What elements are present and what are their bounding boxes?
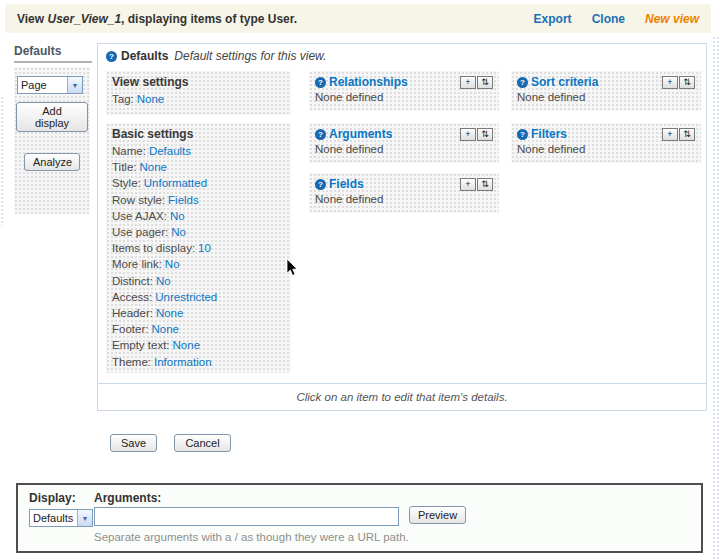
setting-value-link[interactable]: No: [170, 210, 185, 222]
view-settings-box: View settings Tag:None: [106, 71, 291, 115]
live-preview-panel: Display: Defaults ▼ Arguments: Preview S…: [16, 483, 703, 553]
setting-row: Tag:None: [112, 91, 285, 107]
fields-rearrange-icon[interactable]: ⇅: [477, 178, 493, 191]
help-icon[interactable]: ?: [517, 77, 528, 88]
setting-value-link[interactable]: No: [171, 226, 186, 238]
setting-value-link[interactable]: None: [137, 93, 165, 105]
sort-criteria-add-icon[interactable]: +: [662, 76, 678, 89]
relationships-rearrange-icon[interactable]: ⇅: [477, 76, 493, 89]
filters-box: ?Filters + ⇅ None defined: [511, 123, 701, 163]
setting-label: Items to display:: [112, 242, 195, 254]
clone-link[interactable]: Clone: [592, 12, 625, 26]
setting-value-link[interactable]: None: [156, 307, 184, 319]
arguments-title-link[interactable]: Arguments: [329, 127, 392, 141]
setting-row: Style:Unformatted: [112, 175, 285, 191]
help-icon[interactable]: ?: [315, 77, 326, 88]
setting-label: Style:: [112, 177, 141, 189]
new-view-link[interactable]: New view: [645, 12, 699, 26]
filters-rearrange-icon[interactable]: ⇅: [679, 128, 695, 141]
fields-box: ?Fields + ⇅ None defined: [309, 173, 499, 213]
setting-row: Row style:Fields: [112, 192, 285, 208]
arguments-head: ?Arguments: [315, 127, 392, 141]
setting-row: Name:Defaults: [112, 143, 285, 159]
preview-button[interactable]: Preview: [409, 506, 466, 524]
panel-header: ?DefaultsDefault settings for this view.: [106, 49, 326, 63]
fields-add-icon[interactable]: +: [460, 178, 476, 191]
setting-label: Footer:: [112, 323, 148, 335]
sort-criteria-head: ?Sort criteria: [517, 75, 598, 89]
setting-value-link[interactable]: Fields: [168, 194, 199, 206]
defaults-display-panel: ?DefaultsDefault settings for this view.…: [97, 43, 707, 411]
arguments-label: Arguments:: [94, 491, 161, 505]
arguments-input[interactable]: [94, 507, 399, 526]
setting-value-link[interactable]: None: [173, 339, 201, 351]
analyze-button[interactable]: Analyze: [24, 153, 80, 171]
view-header-bar: View User_View_1, displaying items of ty…: [5, 4, 711, 33]
chevron-down-icon: ▼: [67, 77, 82, 93]
cancel-button[interactable]: Cancel: [174, 434, 230, 452]
save-button[interactable]: Save: [110, 434, 157, 452]
setting-label: Theme:: [112, 356, 151, 368]
arguments-add-icon[interactable]: +: [460, 128, 476, 141]
setting-value-link[interactable]: 10: [198, 242, 211, 254]
filters-empty: None defined: [517, 141, 695, 157]
display-label: Display:: [29, 491, 76, 505]
section-title: Defaults: [121, 49, 168, 63]
sort-criteria-rearrange-icon[interactable]: ⇅: [679, 76, 695, 89]
display-type-select[interactable]: Page ▼: [17, 76, 83, 94]
fields-title-link[interactable]: Fields: [329, 177, 364, 191]
setting-row: Items to display:10: [112, 240, 285, 256]
page-edge-pattern-right: [712, 36, 720, 560]
help-icon[interactable]: ?: [106, 51, 117, 62]
setting-label: Name:: [112, 145, 146, 157]
setting-row: Title:None: [112, 159, 285, 175]
export-link[interactable]: Export: [534, 12, 572, 26]
arguments-description: Separate arguments with a / as though th…: [94, 531, 409, 543]
setting-label: Row style:: [112, 194, 165, 206]
arguments-box: ?Arguments + ⇅ None defined: [309, 123, 499, 163]
relationships-add-icon[interactable]: +: [460, 76, 476, 89]
help-icon[interactable]: ?: [517, 129, 528, 140]
help-icon[interactable]: ?: [315, 129, 326, 140]
chevron-down-icon: ▼: [77, 510, 92, 526]
setting-value-link[interactable]: None: [151, 323, 179, 335]
add-display-button[interactable]: Add display: [16, 102, 88, 132]
tab-defaults[interactable]: Defaults: [14, 44, 92, 63]
setting-label: Use pager:: [112, 226, 168, 238]
setting-row: Empty text:None: [112, 337, 285, 353]
setting-label: Title:: [112, 161, 137, 173]
preview-display-select[interactable]: Defaults ▼: [29, 509, 93, 527]
setting-label: Tag:: [112, 93, 134, 105]
fields-head: ?Fields: [315, 177, 364, 191]
sort-criteria-title-link[interactable]: Sort criteria: [531, 75, 598, 89]
relationships-title-link[interactable]: Relationships: [329, 75, 408, 89]
filters-add-icon[interactable]: +: [662, 128, 678, 141]
setting-label: Use AJAX:: [112, 210, 167, 222]
view-title-suffix: , displaying items of type User.: [121, 12, 297, 26]
view-name: User_View_1: [47, 12, 121, 26]
panel-footer-note: Click on an item to edit that item's det…: [98, 383, 706, 410]
setting-label: Empty text:: [112, 339, 170, 351]
setting-value-link[interactable]: Unrestricted: [155, 291, 217, 303]
arguments-empty: None defined: [315, 141, 493, 157]
view-settings-title: View settings: [112, 75, 285, 89]
sort-criteria-box: ?Sort criteria + ⇅ None defined: [511, 71, 701, 111]
setting-label: More link:: [112, 258, 162, 270]
setting-value-link[interactable]: None: [140, 161, 168, 173]
setting-value-link[interactable]: Information: [154, 356, 212, 368]
fields-empty: None defined: [315, 191, 493, 207]
setting-label: Access:: [112, 291, 152, 303]
setting-row: Access:Unrestricted: [112, 289, 285, 305]
mouse-cursor: [286, 258, 298, 277]
help-icon[interactable]: ?: [315, 179, 326, 190]
setting-row: Distinct:No: [112, 273, 285, 289]
basic-settings-title: Basic settings: [112, 127, 285, 141]
setting-value-link[interactable]: No: [165, 258, 180, 270]
setting-value-link[interactable]: No: [156, 275, 171, 287]
arguments-rearrange-icon[interactable]: ⇅: [477, 128, 493, 141]
setting-value-link[interactable]: Defaults: [149, 145, 191, 157]
preview-display-select-value: Defaults: [33, 512, 73, 524]
filters-title-link[interactable]: Filters: [531, 127, 567, 141]
setting-row: Footer:None: [112, 321, 285, 337]
setting-value-link[interactable]: Unformatted: [144, 177, 207, 189]
